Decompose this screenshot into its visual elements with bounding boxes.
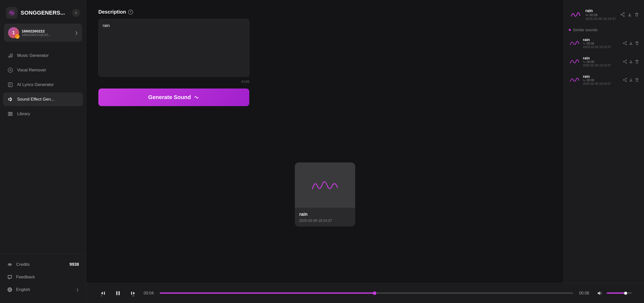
similar-actions-1: [623, 60, 639, 64]
featured-delete-button[interactable]: [634, 12, 639, 17]
svg-point-12: [626, 44, 627, 45]
svg-point-9: [623, 16, 624, 17]
svg-point-15: [626, 62, 627, 63]
svg-point-18: [626, 81, 627, 82]
current-time: 00:04: [144, 291, 154, 295]
similar-item-1[interactable]: rain 00:08 2025-02-06 18:24:37: [564, 52, 644, 71]
description-help-icon[interactable]: ?: [128, 10, 133, 15]
sidebar-item-label-music-generator: Music Generator: [17, 53, 49, 58]
svg-rect-22: [116, 291, 117, 295]
collapse-sidebar-button[interactable]: [72, 9, 80, 17]
featured-name: rain: [585, 9, 617, 13]
user-info: 16602260222 16602260222@163...: [22, 29, 72, 37]
sidebar-item-vocal-remover[interactable]: Vocal Remover: [3, 63, 83, 77]
content-left: Description ? rain 4/199 Generate Sound: [98, 9, 274, 106]
credits-item[interactable]: Credits 9938: [5, 258, 81, 271]
similar-delete-2[interactable]: [635, 78, 639, 82]
generate-sound-label: Generate Sound: [148, 94, 191, 101]
sound-card-name: rain: [299, 212, 351, 217]
similar-actions-2: [623, 78, 639, 82]
progress-container[interactable]: [160, 292, 573, 294]
similar-actions-0: [623, 41, 639, 45]
description-input[interactable]: rain: [98, 19, 249, 77]
description-label: Description ?: [98, 9, 274, 15]
similar-download-1[interactable]: [629, 60, 633, 64]
credits-label: Credits: [16, 262, 30, 267]
content-center: rain 2025-02-06 18:24:37: [98, 106, 551, 303]
sidebar-item-sound-effect[interactable]: Sound Effect Gen...: [3, 93, 83, 106]
user-profile[interactable]: 1 🔥 16602260222 16602260222@163... ❯: [4, 24, 82, 42]
featured-item[interactable]: rain 00:08 2025-02-06 18:24:37: [564, 4, 644, 25]
volume-track[interactable]: [607, 292, 632, 294]
globe-icon: [7, 287, 13, 292]
feedback-item[interactable]: Feedback: [5, 271, 81, 283]
featured-actions: [620, 12, 639, 17]
svg-point-10: [621, 14, 622, 15]
similar-download-2[interactable]: [629, 78, 633, 82]
similar-item-0[interactable]: rain 00:08 2025-02-06 18:24:37: [564, 34, 644, 52]
volume-fill: [607, 292, 626, 294]
similar-name-0: rain: [583, 37, 620, 42]
svg-rect-20: [104, 292, 105, 295]
similar-share-2[interactable]: [623, 78, 627, 82]
similar-delete-1[interactable]: [635, 60, 639, 64]
waveform-tiny-icon-2: [583, 79, 586, 82]
total-time: 00:08: [579, 291, 589, 295]
similar-dot-icon: [569, 29, 571, 31]
similar-date-0: 2025-02-06 18:24:37: [583, 45, 620, 49]
svg-text:5: 5: [101, 295, 102, 297]
sidebar-logo: SONGGENERS...: [0, 0, 86, 24]
svg-point-16: [623, 61, 624, 62]
nav-items: Music Generator Vocal Remover AI Lyrics …: [0, 47, 86, 254]
pause-button[interactable]: [113, 289, 123, 298]
sidebar-item-label-sound-effect: Sound Effect Gen...: [17, 97, 54, 102]
sound-card[interactable]: rain 2025-02-06 18:24:37: [295, 162, 355, 227]
rewind-button[interactable]: 5: [98, 289, 107, 298]
similar-sounds-label: Similar sounds: [573, 28, 597, 32]
svg-text:15: 15: [132, 295, 134, 297]
char-count: 4/199: [98, 80, 249, 83]
volume-thumb: [624, 292, 627, 295]
featured-waveform-icon: [569, 8, 582, 21]
sidebar-item-ai-lyrics[interactable]: AI Lyrics Generator: [3, 78, 83, 92]
similar-info-0: rain 00:08 2025-02-06 18:24:37: [583, 37, 620, 49]
similar-delete-0[interactable]: [635, 41, 639, 45]
similar-share-1[interactable]: [623, 60, 627, 64]
volume-section: [595, 289, 632, 298]
progress-fill: [160, 292, 375, 294]
similar-meta-0: 00:08: [583, 42, 620, 45]
similar-share-0[interactable]: [623, 41, 627, 45]
progress-track[interactable]: [160, 292, 573, 294]
volume-button[interactable]: [595, 289, 604, 298]
vocal-remover-icon: [7, 67, 14, 73]
featured-duration: 00:08: [585, 13, 617, 17]
player-bar: 5 15 00:04 00:08: [86, 283, 644, 303]
featured-download-button[interactable]: [627, 12, 632, 17]
similar-date-2: 2025-02-06 18:24:37: [583, 82, 620, 85]
sidebar-item-library[interactable]: Library: [3, 107, 83, 121]
credits-value: 9938: [69, 262, 79, 267]
music-generator-icon: [7, 52, 14, 59]
forward-button[interactable]: 15: [129, 289, 138, 298]
similar-waveform-0: [569, 38, 580, 49]
sound-card-waveform: [310, 175, 340, 195]
svg-rect-5: [8, 112, 9, 116]
svg-point-11: [626, 41, 627, 42]
svg-rect-4: [8, 83, 12, 87]
svg-point-1: [9, 56, 10, 58]
sidebar-item-music-generator[interactable]: Music Generator: [3, 49, 83, 62]
generate-sound-button[interactable]: Generate Sound: [98, 89, 249, 106]
featured-date: 2025-02-06 18:24:37: [585, 17, 617, 21]
main-content: Description ? rain 4/199 Generate Sound: [86, 0, 564, 303]
svg-point-13: [623, 43, 624, 44]
avatar: 1 🔥: [8, 27, 19, 38]
similar-item-2[interactable]: rain 00:08 2025-02-06 18:24:37: [564, 71, 644, 89]
sidebar: SONGGENERS... 1 🔥 16602260222 1660226022…: [0, 0, 86, 303]
featured-share-button[interactable]: [620, 12, 625, 17]
user-id: 16602260222: [22, 29, 72, 33]
similar-download-0[interactable]: [629, 41, 633, 45]
library-icon: [7, 111, 14, 117]
sound-effect-icon: [7, 96, 14, 103]
sidebar-footer: Credits 9938 Feedback English ❯: [0, 254, 86, 303]
language-item[interactable]: English ❯: [5, 283, 81, 296]
